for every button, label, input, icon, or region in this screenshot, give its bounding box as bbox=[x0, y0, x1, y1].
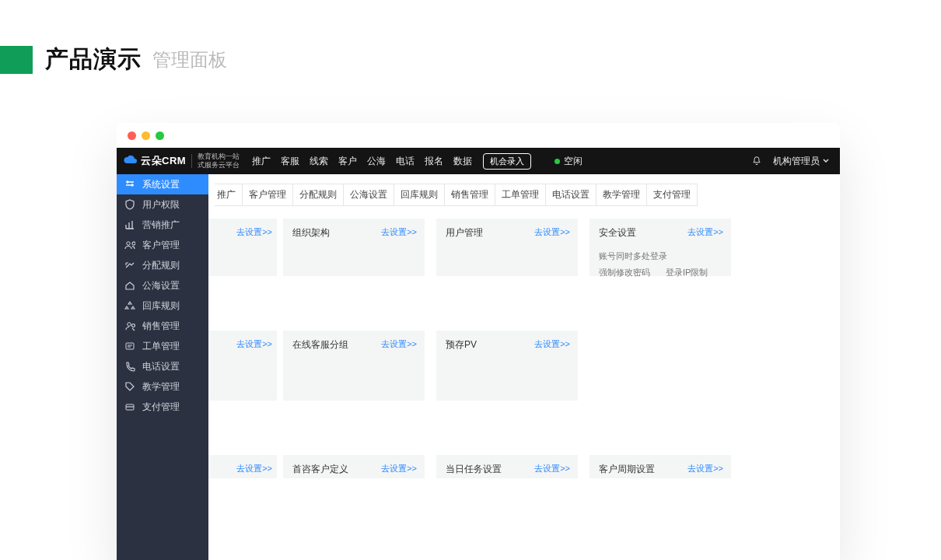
logo: 云朵CRM 教育机构一站 式服务云平台 bbox=[123, 152, 240, 170]
nav-data[interactable]: 数据 bbox=[453, 155, 472, 168]
card-row-2: 去设置>> 在线客服分组 去设置>> 预存PV 去设置>> bbox=[208, 331, 840, 401]
sidebar-item-sales-manage[interactable]: 销售管理 bbox=[117, 316, 208, 336]
window-close-dot[interactable] bbox=[128, 131, 136, 140]
card-title: 用户管理 bbox=[446, 227, 483, 238]
nav-signup[interactable]: 报名 bbox=[425, 155, 443, 168]
sidebar-item-label: 教学管理 bbox=[142, 380, 180, 394]
heading-title: 产品演示 bbox=[45, 44, 142, 75]
sidebar-item-teaching-manage[interactable]: 教学管理 bbox=[117, 376, 208, 397]
sidebar-item-user-permission[interactable]: 用户权限 bbox=[117, 194, 208, 215]
logo-brand-text: 云朵CRM bbox=[141, 154, 186, 168]
sidebar-item-ticket-manage[interactable]: 工单管理 bbox=[117, 336, 208, 356]
card-icon bbox=[124, 401, 135, 412]
tab-sales[interactable]: 销售管理 bbox=[444, 184, 495, 206]
window-minimize-dot[interactable] bbox=[142, 131, 150, 140]
topbar: 云朵CRM 教育机构一站 式服务云平台 推广 客服 线索 客户 公海 电话 报名… bbox=[117, 148, 840, 174]
go-settings-link[interactable]: 去设置>> bbox=[381, 226, 417, 238]
sidebar-item-system-settings[interactable]: 系统设置 bbox=[117, 174, 208, 194]
tab-ticket[interactable]: 工单管理 bbox=[495, 184, 546, 206]
tab-customer-manage[interactable]: 客户管理 bbox=[242, 184, 293, 206]
card-title: 预存PV bbox=[446, 339, 477, 350]
sidebar-item-label: 支付管理 bbox=[142, 401, 180, 414]
go-settings-link[interactable]: 去设置>> bbox=[687, 226, 723, 238]
topbar-right: 机构管理员 bbox=[751, 155, 829, 168]
svg-rect-2 bbox=[126, 343, 134, 349]
heading-accent-bar bbox=[0, 46, 33, 74]
go-settings-link[interactable]: 去设置>> bbox=[534, 226, 570, 238]
sidebar-item-label: 工单管理 bbox=[142, 340, 180, 353]
card-first-consult: 首咨客户定义 去设置>> bbox=[283, 455, 425, 478]
opportunity-record-button[interactable]: 机会录入 bbox=[483, 153, 531, 170]
card-user-manage: 用户管理 去设置>> bbox=[436, 219, 578, 276]
sidebar-item-label: 系统设置 bbox=[142, 178, 180, 191]
card-partial-2: 去设置>> bbox=[208, 331, 277, 401]
sidebar-item-marketing[interactable]: 营销推广 bbox=[117, 215, 208, 235]
tab-return[interactable]: 回库规则 bbox=[394, 184, 445, 206]
go-settings-link[interactable]: 去设置>> bbox=[534, 463, 570, 474]
app-window: 云朵CRM 教育机构一站 式服务云平台 推广 客服 线索 客户 公海 电话 报名… bbox=[117, 123, 840, 560]
tab-payment[interactable]: 支付管理 bbox=[646, 184, 698, 206]
nav-promote[interactable]: 推广 bbox=[252, 155, 271, 168]
sidebar-item-label: 营销推广 bbox=[142, 219, 180, 232]
shield-icon bbox=[124, 199, 135, 210]
heading-subtitle: 管理面板 bbox=[152, 47, 227, 72]
tab-phone[interactable]: 电话设置 bbox=[545, 184, 596, 206]
admin-dropdown[interactable]: 机构管理员 bbox=[773, 155, 829, 168]
go-settings-link[interactable]: 去设置>> bbox=[236, 338, 272, 350]
sidebar-item-label: 电话设置 bbox=[142, 360, 180, 373]
card-sub-multi-login: 账号同时多处登录 bbox=[599, 250, 722, 262]
sidebar: 系统设置 用户权限 营销推广 客户管理 bbox=[117, 174, 208, 560]
sidebar-item-return-rules[interactable]: 回库规则 bbox=[117, 296, 208, 316]
phone-icon bbox=[124, 361, 135, 372]
card-org-structure: 组织架构 去设置>> bbox=[283, 219, 425, 276]
sidebar-item-customer-manage[interactable]: 客户管理 bbox=[117, 235, 208, 255]
sidebar-item-phone-settings[interactable]: 电话设置 bbox=[117, 356, 208, 376]
card-sub-force-pwd: 强制修改密码 bbox=[599, 267, 650, 278]
nav-service[interactable]: 客服 bbox=[281, 155, 299, 168]
nav-phone[interactable]: 电话 bbox=[396, 155, 415, 168]
card-service-group: 在线客服分组 去设置>> bbox=[283, 331, 425, 401]
card-security: 安全设置 去设置>> 账号同时多处登录 强制修改密码 登录IP限制 bbox=[589, 219, 731, 276]
go-settings-link[interactable]: 去设置>> bbox=[236, 463, 272, 474]
go-settings-link[interactable]: 去设置>> bbox=[236, 226, 272, 238]
chevron-down-icon bbox=[823, 159, 829, 163]
app-body: 系统设置 用户权限 营销推广 客户管理 bbox=[117, 174, 840, 560]
go-settings-link[interactable]: 去设置>> bbox=[534, 338, 570, 350]
window-maximize-dot[interactable] bbox=[156, 131, 164, 140]
go-settings-link[interactable]: 去设置>> bbox=[687, 463, 723, 474]
card-title: 安全设置 bbox=[599, 227, 636, 238]
bell-icon[interactable] bbox=[751, 156, 762, 166]
nav-sea[interactable]: 公海 bbox=[367, 155, 386, 168]
recycle-icon bbox=[124, 300, 135, 311]
admin-label: 机构管理员 bbox=[773, 155, 820, 168]
svg-point-0 bbox=[127, 242, 130, 245]
status-dot-icon bbox=[554, 159, 560, 164]
ticket-icon bbox=[124, 341, 135, 352]
sidebar-item-allocation-rules[interactable]: 分配规则 bbox=[117, 255, 208, 275]
nav-lead[interactable]: 线索 bbox=[310, 155, 328, 168]
sidebar-item-payment-manage[interactable]: 支付管理 bbox=[117, 397, 208, 417]
card-sub-ip-limit: 登录IP限制 bbox=[666, 267, 708, 278]
content-area: 推广 客户管理 分配规则 公海设置 回库规则 销售管理 工单管理 电话设置 教学… bbox=[208, 174, 840, 560]
person-search-icon bbox=[124, 320, 135, 331]
sidebar-item-sea-settings[interactable]: 公海设置 bbox=[117, 275, 208, 296]
tab-promote[interactable]: 推广 bbox=[215, 184, 243, 206]
nav-customer[interactable]: 客户 bbox=[338, 155, 357, 168]
sidebar-item-label: 回库规则 bbox=[142, 299, 180, 313]
tab-allocation[interactable]: 分配规则 bbox=[292, 184, 344, 206]
users-icon bbox=[124, 240, 135, 250]
tab-teaching[interactable]: 教学管理 bbox=[596, 184, 647, 206]
status-indicator: 空闲 bbox=[554, 155, 582, 168]
card-title: 组织架构 bbox=[292, 227, 330, 238]
window-titlebar bbox=[117, 123, 840, 148]
card-stored-pv: 预存PV 去设置>> bbox=[436, 331, 578, 401]
chart-icon bbox=[124, 219, 135, 230]
rule-icon bbox=[124, 260, 135, 271]
card-title: 当日任务设置 bbox=[446, 464, 502, 474]
go-settings-link[interactable]: 去设置>> bbox=[381, 463, 417, 474]
go-settings-link[interactable]: 去设置>> bbox=[381, 338, 417, 350]
card-customer-cycle: 客户周期设置 去设置>> bbox=[589, 455, 731, 478]
tab-sea[interactable]: 公海设置 bbox=[343, 184, 394, 206]
top-nav: 推广 客服 线索 客户 公海 电话 报名 数据 bbox=[252, 155, 472, 168]
card-partial-3: 去设置>> bbox=[208, 455, 277, 478]
